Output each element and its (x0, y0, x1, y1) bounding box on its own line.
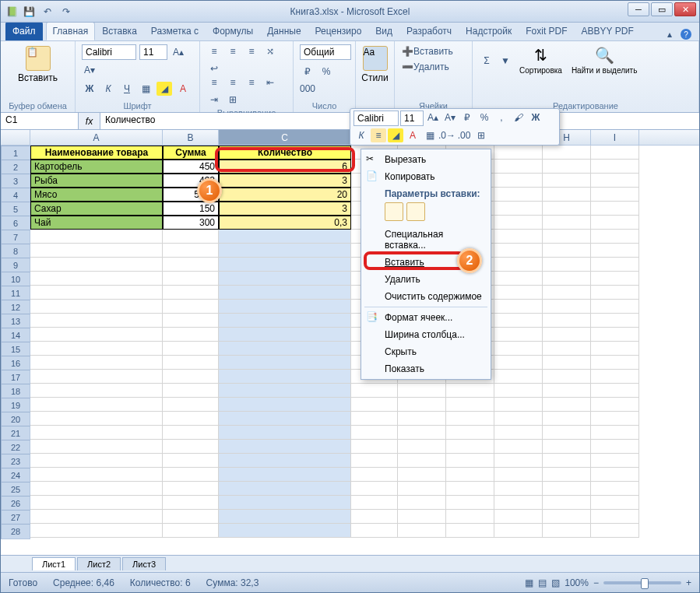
cell[interactable] (543, 160, 591, 174)
cell[interactable]: 6 (219, 160, 351, 174)
col-header-b[interactable]: B (163, 130, 219, 145)
fill-icon[interactable]: ▼ (498, 54, 513, 68)
cell[interactable] (494, 454, 543, 468)
cell[interactable] (219, 328, 351, 342)
cell[interactable] (543, 244, 591, 258)
cell[interactable] (591, 300, 639, 314)
cell[interactable] (30, 258, 163, 272)
cell[interactable] (543, 412, 591, 426)
font-color-icon[interactable]: A (175, 82, 191, 96)
cell[interactable] (351, 384, 398, 398)
cell[interactable] (494, 174, 543, 188)
increase-font-icon[interactable]: A▴ (171, 45, 186, 59)
merge-icon[interactable]: ⊞ (225, 93, 241, 107)
paste-option-icon[interactable] (385, 202, 403, 221)
col-header-a[interactable]: A (30, 130, 163, 145)
cell[interactable] (219, 370, 351, 384)
cell[interactable] (30, 230, 163, 244)
minimize-button[interactable]: ─ (628, 2, 649, 16)
cell[interactable] (30, 524, 163, 538)
cell[interactable] (163, 454, 219, 468)
align-bot-icon[interactable]: ≡ (244, 44, 259, 58)
cell[interactable] (591, 230, 639, 244)
cell[interactable]: Рыба (30, 174, 163, 188)
row-header[interactable]: 22 (1, 440, 30, 455)
cell[interactable] (446, 426, 494, 440)
cell[interactable] (494, 146, 543, 160)
cell[interactable] (30, 482, 163, 496)
cell[interactable]: 3 (219, 174, 351, 188)
cell[interactable] (591, 510, 639, 524)
cell[interactable] (494, 244, 543, 258)
help-icon[interactable]: ? (681, 29, 691, 40)
row-header[interactable]: 11 (1, 286, 30, 301)
cell[interactable] (543, 510, 591, 524)
decrease-font-icon[interactable]: A▾ (82, 63, 97, 77)
row-header[interactable]: 21 (1, 426, 30, 441)
cell[interactable] (543, 342, 591, 356)
number-format-select[interactable] (300, 44, 351, 60)
align-center-icon[interactable]: ≡ (225, 75, 241, 89)
cell[interactable] (591, 244, 639, 258)
cell[interactable]: 450 (163, 160, 219, 174)
qat-undo-icon[interactable]: ↶ (40, 5, 55, 19)
cell[interactable] (219, 496, 351, 510)
cell[interactable] (591, 384, 639, 398)
cell[interactable] (494, 328, 543, 342)
cell[interactable] (398, 454, 446, 468)
ctx-delete[interactable]: Удалить (361, 271, 491, 288)
cell[interactable] (446, 524, 494, 538)
orientation-icon[interactable]: ⤭ (262, 44, 278, 58)
cell[interactable] (591, 272, 639, 286)
tab-view[interactable]: Вид (368, 22, 399, 40)
cell[interactable] (543, 300, 591, 314)
view-break-icon[interactable]: ▧ (551, 577, 560, 588)
cell[interactable] (398, 496, 446, 510)
cell[interactable]: Сахар (30, 202, 163, 216)
maximize-button[interactable]: ▭ (651, 2, 673, 16)
cell[interactable] (591, 160, 639, 174)
cell[interactable] (543, 524, 591, 538)
row-header[interactable]: 25 (1, 482, 30, 497)
ribbon-minimize-icon[interactable]: ▴ (663, 28, 676, 40)
cell[interactable] (543, 216, 591, 230)
cell[interactable]: Количество (219, 146, 351, 160)
ctx-clear[interactable]: Очистить содержимое (361, 288, 491, 305)
row-header[interactable]: 27 (1, 510, 30, 525)
tab-abbyy[interactable]: ABBYY PDF (575, 22, 641, 40)
row-header[interactable]: 14 (1, 328, 30, 343)
paste-button[interactable]: 📋 Вставить (7, 44, 69, 85)
underline-button[interactable]: Ч (119, 82, 135, 96)
cell[interactable] (494, 202, 543, 216)
cell[interactable] (351, 426, 398, 440)
tab-formulas[interactable]: Формулы (206, 22, 260, 40)
sheet-tab-2[interactable]: Лист2 (77, 557, 121, 570)
cell[interactable] (591, 188, 639, 202)
cell[interactable] (591, 370, 639, 384)
cell[interactable] (494, 426, 543, 440)
cell[interactable] (219, 384, 351, 398)
cell[interactable] (219, 230, 351, 244)
mini-font-select[interactable] (354, 111, 399, 126)
cell[interactable] (30, 468, 163, 482)
cell[interactable] (163, 300, 219, 314)
tab-home[interactable]: Главная (46, 22, 96, 40)
border-icon[interactable]: ▦ (138, 82, 153, 96)
cell[interactable] (494, 482, 543, 496)
select-all-corner[interactable] (1, 130, 30, 145)
cell[interactable] (398, 510, 446, 524)
qat-redo-icon[interactable]: ↷ (58, 5, 74, 19)
currency-icon[interactable]: ₽ (300, 65, 315, 79)
cell[interactable] (351, 440, 398, 454)
cell[interactable] (543, 440, 591, 454)
cell[interactable] (494, 468, 543, 482)
row-header[interactable]: 5 (1, 202, 30, 217)
tab-dev[interactable]: Разработч (399, 22, 459, 40)
mini-decdec-icon[interactable]: .00 (456, 128, 472, 142)
ctx-show[interactable]: Показать (361, 360, 491, 377)
row-header[interactable]: 7 (1, 230, 30, 245)
cell[interactable] (591, 496, 639, 510)
cell[interactable] (219, 426, 351, 440)
row-header[interactable]: 13 (1, 314, 30, 329)
cell[interactable] (163, 482, 219, 496)
